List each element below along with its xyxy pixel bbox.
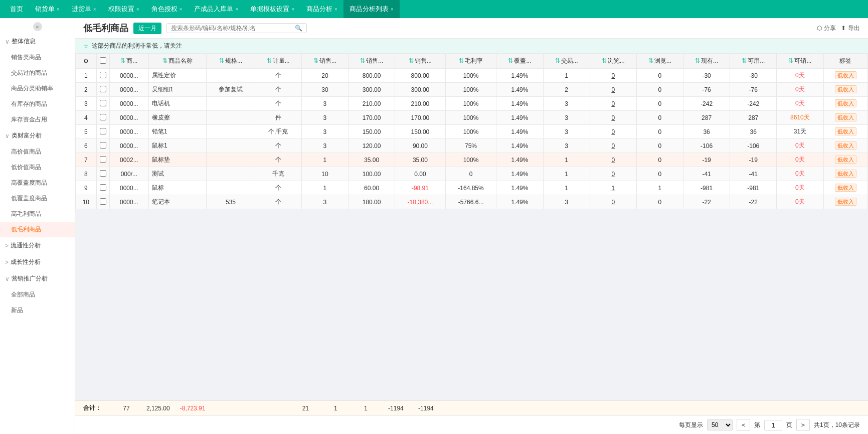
row-sales-profit: 210.00 — [395, 97, 446, 111]
nav-purchase[interactable]: 进货单 × — [66, 0, 102, 18]
sidebar-item-high-margin[interactable]: 高毛利商品 — [0, 206, 75, 222]
row-checkbox[interactable] — [96, 69, 109, 83]
sidebar-group-wealth[interactable]: ∨ 类财富分析 — [0, 127, 75, 144]
row-checkbox[interactable] — [96, 83, 109, 97]
nav-product-analysis[interactable]: 商品分析 × — [300, 0, 343, 18]
search-icon[interactable]: 🔍 — [295, 25, 302, 32]
row-select-checkbox[interactable] — [100, 198, 106, 205]
nav-product-analysis-list[interactable]: 商品分析列表 × — [343, 0, 400, 18]
row-views1[interactable]: 0 — [590, 195, 636, 209]
row-code: 000/... — [109, 167, 148, 181]
sidebar-group-flow[interactable]: > 流通性分析 — [0, 237, 75, 254]
row-checkbox[interactable] — [96, 97, 109, 111]
share-btn[interactable]: ⬡ 分享 — [817, 24, 836, 33]
col-sellable[interactable]: ⇅可销... — [777, 54, 823, 69]
row-views1[interactable]: 0 — [590, 97, 636, 111]
sidebar-collapse-btn[interactable]: « — [33, 22, 42, 31]
nav-role-auth[interactable]: 角色授权 × — [145, 0, 189, 18]
row-checkbox[interactable] — [96, 139, 109, 153]
row-select-checkbox[interactable] — [100, 114, 106, 120]
search-input[interactable] — [171, 25, 295, 32]
nav-sales[interactable]: 销货单 × — [29, 0, 66, 18]
col-views2[interactable]: ⇅浏览... — [636, 54, 683, 69]
col-tag[interactable]: 标签 — [823, 54, 867, 69]
col-current[interactable]: ⇅现有... — [683, 54, 730, 69]
nav-home[interactable]: 首页 — [4, 0, 29, 18]
per-page-select[interactable]: 50 100 200 — [707, 419, 733, 430]
row-margin-rate: 100% — [445, 83, 496, 97]
row-available: 287 — [730, 111, 777, 125]
close-icon[interactable]: × — [136, 7, 139, 12]
row-select-checkbox[interactable] — [100, 72, 106, 78]
sidebar-item-high-coverage[interactable]: 高覆盖度商品 — [0, 175, 75, 191]
row-select-checkbox[interactable] — [100, 170, 106, 177]
sidebar-item-traded-goods[interactable]: 交易过的商品 — [0, 65, 75, 81]
row-select-checkbox[interactable] — [100, 86, 106, 92]
page-number-input[interactable] — [764, 420, 782, 430]
sidebar-item-sales-goods[interactable]: 销售类商品 — [0, 50, 75, 65]
prev-page-btn[interactable]: ＜ — [737, 419, 750, 431]
close-icon[interactable]: × — [334, 7, 337, 12]
row-select-checkbox[interactable] — [100, 128, 106, 134]
close-icon[interactable]: × — [57, 7, 60, 12]
share-icon: ⬡ — [817, 25, 822, 32]
sidebar-item-low-value[interactable]: 低价值商品 — [0, 160, 75, 175]
row-coverage: 1.49% — [496, 97, 543, 111]
row-checkbox[interactable] — [96, 111, 109, 125]
sidebar-item-category-rate[interactable]: 商品分类助销率 — [0, 81, 75, 96]
row-select-checkbox[interactable] — [100, 142, 106, 149]
export-btn[interactable]: ⬆ 导出 — [841, 24, 860, 33]
col-code[interactable]: ⇅商... — [109, 54, 148, 69]
col-transaction[interactable]: ⇅交易... — [543, 54, 590, 69]
row-checkbox[interactable] — [96, 195, 109, 209]
sidebar-item-high-value[interactable]: 高价值商品 — [0, 144, 75, 160]
nav-permissions[interactable]: 权限设置 × — [102, 0, 145, 18]
col-sales-profit[interactable]: ⇅销售... — [395, 54, 446, 69]
col-settings[interactable]: ⚙ — [76, 54, 97, 69]
nav-template-settings[interactable]: 单据模板设置 × — [244, 0, 300, 18]
col-sales-amount[interactable]: ⇅销售... — [348, 54, 395, 69]
close-icon[interactable]: × — [291, 7, 294, 12]
row-select-checkbox[interactable] — [100, 156, 106, 163]
row-select-checkbox[interactable] — [100, 184, 106, 191]
row-checkbox[interactable] — [96, 167, 109, 181]
sidebar-item-low-coverage[interactable]: 低覆盖度商品 — [0, 191, 75, 206]
close-icon[interactable]: × — [391, 7, 394, 12]
row-views1[interactable]: 0 — [590, 139, 636, 153]
col-name[interactable]: ⇅商品名称 — [149, 54, 207, 69]
col-select-all[interactable] — [96, 54, 109, 69]
next-page-btn[interactable]: ＞ — [796, 419, 810, 431]
col-coverage[interactable]: ⇅覆盖... — [496, 54, 543, 69]
row-views1[interactable]: 0 — [590, 153, 636, 167]
row-views1[interactable]: 0 — [590, 125, 636, 139]
close-icon[interactable]: × — [235, 7, 238, 12]
sidebar-group-overall[interactable]: ∨ 整体信息 — [0, 33, 75, 50]
col-views1[interactable]: ⇅浏览... — [590, 54, 636, 69]
row-select-checkbox[interactable] — [100, 100, 106, 106]
close-icon[interactable]: × — [93, 7, 96, 12]
row-views1[interactable]: 1 — [590, 181, 636, 195]
sidebar-group-growth[interactable]: > 成长性分析 — [0, 254, 75, 270]
row-checkbox[interactable] — [96, 153, 109, 167]
col-spec[interactable]: ⇅规格... — [207, 54, 255, 69]
close-icon[interactable]: × — [180, 7, 183, 12]
sidebar-item-capital[interactable]: 库存资金占用 — [0, 112, 75, 127]
filter-recent-month-btn[interactable]: 近一月 — [133, 23, 161, 34]
col-available[interactable]: ⇅可用... — [730, 54, 777, 69]
select-all-checkbox[interactable] — [100, 57, 106, 64]
sidebar-group-marketing[interactable]: ∨ 营销推广分析 — [0, 270, 75, 287]
nav-product-entry[interactable]: 产成品入库单 × — [188, 0, 244, 18]
col-unit[interactable]: ⇅计量... — [255, 54, 301, 69]
row-views1[interactable]: 0 — [590, 83, 636, 97]
row-views1[interactable]: 0 — [590, 111, 636, 125]
row-views1[interactable]: 0 — [590, 69, 636, 83]
col-margin-rate[interactable]: ⇅毛利率 — [445, 54, 496, 69]
sidebar-item-all-goods[interactable]: 全部商品 — [0, 287, 75, 303]
row-checkbox[interactable] — [96, 181, 109, 195]
col-sales-count[interactable]: ⇅销售... — [301, 54, 348, 69]
sidebar-item-in-stock[interactable]: 有库存的商品 — [0, 96, 75, 112]
row-views1[interactable]: 0 — [590, 167, 636, 181]
sidebar-item-new-goods[interactable]: 新品 — [0, 303, 75, 318]
sidebar-item-low-margin[interactable]: 低毛利商品 — [0, 222, 75, 237]
row-checkbox[interactable] — [96, 125, 109, 139]
